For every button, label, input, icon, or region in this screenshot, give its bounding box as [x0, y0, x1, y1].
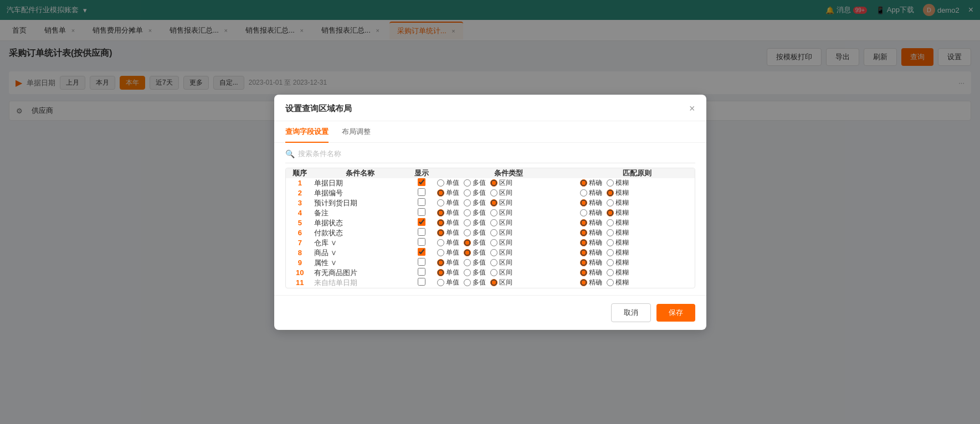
type-multi-option[interactable]: 多值	[464, 228, 486, 237]
type-range-option[interactable]: 区间	[490, 208, 512, 218]
match-fuzzy-option[interactable]: 模糊	[607, 268, 629, 277]
type-multi-option[interactable]: 多值	[464, 278, 486, 287]
match-exact-option[interactable]: 精确	[580, 278, 602, 287]
type-single-option[interactable]: 单值	[437, 228, 459, 237]
search-input[interactable]	[298, 149, 409, 158]
row-order: 2	[286, 188, 315, 198]
match-fuzzy-option[interactable]: 模糊	[607, 278, 629, 287]
row-order: 3	[286, 198, 315, 208]
show-checkbox[interactable]	[418, 198, 425, 206]
type-multi-option[interactable]: 多值	[464, 188, 486, 198]
row-match: 精确模糊	[580, 218, 694, 228]
match-fuzzy-option[interactable]: 模糊	[607, 188, 629, 198]
table-row: 5单据状态单值多值区间精确模糊	[286, 218, 695, 228]
row-type: 单值多值区间	[437, 208, 580, 218]
type-range-option[interactable]: 区间	[490, 278, 512, 287]
modal-tabs: 查询字段设置 布局调整	[274, 121, 706, 143]
type-single-option[interactable]: 单值	[437, 188, 459, 198]
type-single-option[interactable]: 单值	[437, 258, 459, 267]
match-fuzzy-option[interactable]: 模糊	[607, 198, 629, 208]
type-range-option[interactable]: 区间	[490, 198, 512, 208]
type-multi-option[interactable]: 多值	[464, 208, 486, 218]
search-bar: 🔍	[285, 149, 695, 163]
row-match: 精确模糊	[580, 198, 694, 208]
type-multi-option[interactable]: 多值	[464, 178, 486, 188]
show-checkbox[interactable]	[418, 228, 425, 236]
type-multi-option[interactable]: 多值	[464, 198, 486, 208]
cancel-button[interactable]: 取消	[611, 303, 651, 322]
row-show[interactable]	[406, 258, 437, 268]
type-range-option[interactable]: 区间	[490, 268, 512, 277]
row-show[interactable]	[406, 228, 437, 238]
show-checkbox[interactable]	[418, 278, 425, 286]
type-range-option[interactable]: 区间	[490, 178, 512, 188]
row-name: 商品 ∨	[314, 248, 406, 258]
match-exact-option[interactable]: 精确	[580, 188, 602, 198]
type-single-option[interactable]: 单值	[437, 238, 459, 247]
type-range-option[interactable]: 区间	[490, 248, 512, 257]
row-show[interactable]	[406, 238, 437, 248]
tab-query-fields[interactable]: 查询字段设置	[285, 121, 329, 142]
row-show[interactable]	[406, 278, 437, 288]
match-fuzzy-option[interactable]: 模糊	[607, 258, 629, 267]
table-row: 2单据编号单值多值区间精确模糊	[286, 188, 695, 198]
type-multi-option[interactable]: 多值	[464, 238, 486, 247]
match-exact-option[interactable]: 精确	[580, 258, 602, 267]
show-checkbox[interactable]	[418, 178, 425, 186]
modal-body: 🔍 顺序 条件名称 显示 条件类型 匹配原则	[274, 143, 706, 295]
row-show[interactable]	[406, 188, 437, 198]
match-fuzzy-option[interactable]: 模糊	[607, 228, 629, 237]
match-fuzzy-option[interactable]: 模糊	[607, 218, 629, 227]
match-fuzzy-option[interactable]: 模糊	[607, 238, 629, 247]
type-range-option[interactable]: 区间	[490, 228, 512, 237]
type-range-option[interactable]: 区间	[490, 238, 512, 247]
match-fuzzy-option[interactable]: 模糊	[607, 208, 629, 218]
match-fuzzy-option[interactable]: 模糊	[607, 248, 629, 257]
match-exact-option[interactable]: 精确	[580, 268, 602, 277]
show-checkbox[interactable]	[418, 248, 425, 256]
row-show[interactable]	[406, 178, 437, 188]
row-show[interactable]	[406, 268, 437, 278]
match-exact-option[interactable]: 精确	[580, 248, 602, 257]
type-multi-option[interactable]: 多值	[464, 258, 486, 267]
tab-layout-adjust[interactable]: 布局调整	[342, 121, 371, 142]
type-single-option[interactable]: 单值	[437, 178, 459, 188]
row-show[interactable]	[406, 248, 437, 258]
row-name: 付款状态	[314, 228, 406, 238]
modal-close-button[interactable]: ×	[689, 104, 695, 113]
match-fuzzy-option[interactable]: 模糊	[607, 178, 629, 188]
row-type: 单值多值区间	[437, 268, 580, 278]
type-single-option[interactable]: 单值	[437, 218, 459, 227]
show-checkbox[interactable]	[418, 268, 425, 276]
match-exact-option[interactable]: 精确	[580, 208, 602, 218]
row-type: 单值多值区间	[437, 278, 580, 288]
type-range-option[interactable]: 区间	[490, 258, 512, 267]
show-checkbox[interactable]	[418, 188, 425, 196]
save-button[interactable]: 保存	[656, 304, 695, 322]
show-checkbox[interactable]	[418, 208, 425, 216]
type-range-option[interactable]: 区间	[490, 188, 512, 198]
type-single-option[interactable]: 单值	[437, 248, 459, 257]
type-single-option[interactable]: 单值	[437, 268, 459, 277]
type-range-option[interactable]: 区间	[490, 218, 512, 227]
show-checkbox[interactable]	[418, 238, 425, 246]
type-multi-option[interactable]: 多值	[464, 218, 486, 227]
match-exact-option[interactable]: 精确	[580, 198, 602, 208]
type-single-option[interactable]: 单值	[437, 198, 459, 208]
match-exact-option[interactable]: 精确	[580, 218, 602, 227]
type-single-option[interactable]: 单值	[437, 208, 459, 218]
row-show[interactable]	[406, 218, 437, 228]
show-checkbox[interactable]	[418, 258, 425, 266]
type-single-option[interactable]: 单值	[437, 278, 459, 287]
show-checkbox[interactable]	[418, 218, 425, 226]
type-multi-option[interactable]: 多值	[464, 248, 486, 257]
col-header-type: 条件类型	[437, 168, 580, 178]
type-multi-option[interactable]: 多值	[464, 268, 486, 277]
row-show[interactable]	[406, 208, 437, 218]
row-type: 单值多值区间	[437, 248, 580, 258]
match-exact-option[interactable]: 精确	[580, 228, 602, 237]
match-exact-option[interactable]: 精确	[580, 178, 602, 188]
match-exact-option[interactable]: 精确	[580, 238, 602, 247]
row-order: 6	[286, 228, 315, 238]
row-show[interactable]	[406, 198, 437, 208]
